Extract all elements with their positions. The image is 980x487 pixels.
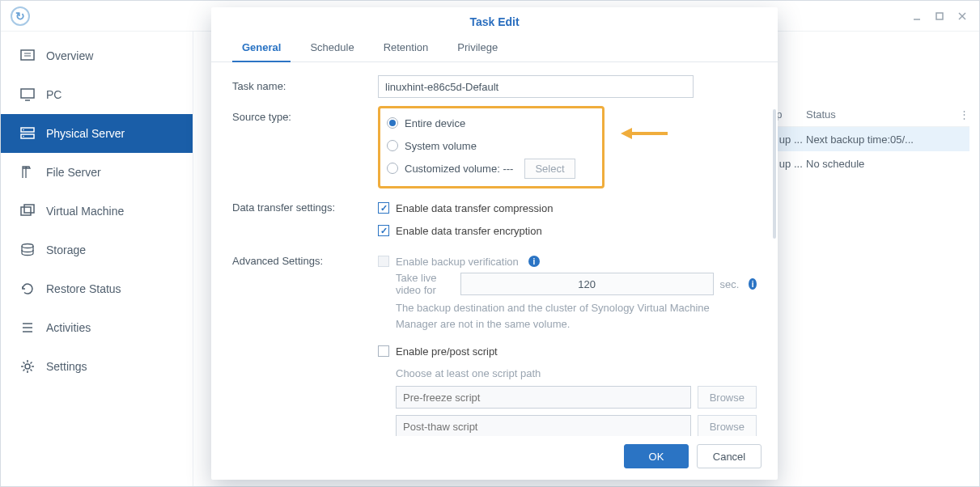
radio-label: Entire device <box>405 117 465 129</box>
tab-retention[interactable]: Retention <box>369 33 443 61</box>
refresh-icon: ↻ <box>15 10 25 23</box>
svg-rect-14 <box>24 205 34 213</box>
task-name-input[interactable] <box>378 75 694 98</box>
task-edit-modal: Task Edit General Schedule Retention Pri… <box>211 7 778 480</box>
info-icon[interactable]: i <box>749 278 757 290</box>
storage-icon <box>19 241 36 259</box>
sidebar-item-label: Storage <box>46 244 86 256</box>
svg-point-11 <box>23 129 24 131</box>
sidebar-item-label: Overview <box>46 49 93 62</box>
activities-icon <box>19 319 36 337</box>
post-thaw-input <box>396 415 691 436</box>
gear-icon <box>19 358 36 375</box>
dts-label: Data transfer settings: <box>232 197 378 214</box>
overview-icon <box>19 47 36 65</box>
table-row[interactable]: d up ... No schedule <box>767 151 969 176</box>
checkbox-compression[interactable] <box>378 202 389 214</box>
modal-tabs: General Schedule Retention Privilege <box>211 33 778 62</box>
live-video-input <box>460 273 714 295</box>
radio-system-volume[interactable] <box>387 140 398 151</box>
table-header: up Status ⋮ <box>767 103 969 127</box>
sidebar: Overview PC Physical Server File Server … <box>1 32 193 486</box>
browse-post-button: Browse <box>698 415 757 436</box>
svg-rect-13 <box>21 207 31 215</box>
sidebar-item-label: Virtual Machine <box>46 205 124 218</box>
select-volume-button[interactable]: Select <box>524 159 575 179</box>
sidebar-item-storage[interactable]: Storage <box>1 231 193 269</box>
file-server-icon <box>19 163 36 181</box>
info-icon[interactable]: i <box>528 256 540 267</box>
app-window: ↻ Overview PC Physical Server <box>0 0 980 487</box>
sidebar-item-restore-status[interactable]: Restore Status <box>1 269 193 308</box>
pc-icon <box>19 86 36 104</box>
pre-freeze-input <box>396 386 691 409</box>
checkbox-label: Enable backup verification <box>396 256 519 268</box>
sidebar-item-settings[interactable]: Settings <box>1 347 193 386</box>
sidebar-item-activities[interactable]: Activities <box>1 308 193 347</box>
sidebar-item-label: Settings <box>46 360 87 373</box>
sidebar-item-physical-server[interactable]: Physical Server <box>1 114 193 153</box>
cancel-button[interactable]: Cancel <box>697 444 762 468</box>
restore-icon <box>19 280 36 298</box>
checkbox-label: Enable data transfer encryption <box>396 225 542 237</box>
source-type-group: Entire device System volume Customized v… <box>378 106 605 188</box>
live-video-prefix: Take live video for <box>396 272 454 296</box>
tab-schedule[interactable]: Schedule <box>295 33 368 61</box>
sidebar-item-label: Restore Status <box>46 282 121 295</box>
table-row[interactable]: d up ... Next backup time:05/... <box>767 127 969 151</box>
cell: Next backup time:05/... <box>806 133 969 146</box>
svg-rect-1 <box>936 13 943 19</box>
checkbox-backup-verification <box>378 256 389 267</box>
sidebar-item-virtual-machine[interactable]: Virtual Machine <box>1 192 193 231</box>
svg-point-15 <box>22 244 33 248</box>
checkbox-label: Enable data transfer compression <box>396 202 553 214</box>
sidebar-item-label: Activities <box>46 321 91 334</box>
sidebar-item-label: File Server <box>46 166 101 179</box>
modal-body: Task name: Source type: Entire device Sy… <box>211 62 778 436</box>
modal-footer: OK Cancel <box>211 436 778 480</box>
advanced-label: Advanced Settings: <box>232 250 378 267</box>
modal-title: Task Edit <box>211 7 778 33</box>
cell: No schedule <box>806 158 969 170</box>
script-hint: Choose at least one script path <box>396 367 757 379</box>
maximize-icon[interactable] <box>932 9 947 23</box>
sidebar-item-pc[interactable]: PC <box>1 75 193 114</box>
sidebar-item-label: PC <box>46 88 62 101</box>
checkbox-pre-post-script[interactable] <box>378 345 389 357</box>
browse-pre-button: Browse <box>698 386 757 409</box>
radio-label: System volume <box>405 140 477 152</box>
tab-general[interactable]: General <box>227 33 295 61</box>
scrollbar[interactable] <box>773 109 776 239</box>
svg-rect-4 <box>21 50 34 60</box>
radio-label: Customized volume: --- <box>405 163 513 175</box>
ok-button[interactable]: OK <box>624 444 689 468</box>
sidebar-item-overview[interactable]: Overview <box>1 36 193 75</box>
background-table: up Status ⋮ d up ... Next backup time:05… <box>767 103 969 176</box>
radio-customized-volume[interactable] <box>387 163 398 174</box>
close-icon[interactable] <box>955 9 969 23</box>
server-icon <box>19 125 36 142</box>
svg-point-19 <box>25 364 30 369</box>
minimize-icon[interactable] <box>910 9 924 23</box>
app-logo: ↻ <box>11 6 30 26</box>
svg-rect-7 <box>21 89 34 98</box>
sidebar-item-label: Physical Server <box>46 127 125 140</box>
checkbox-encryption[interactable] <box>378 225 389 236</box>
radio-entire-device[interactable] <box>387 117 398 129</box>
task-name-label: Task name: <box>232 75 378 92</box>
table-col-status: Status <box>806 108 953 121</box>
vm-icon <box>19 202 36 220</box>
source-type-label: Source type: <box>232 106 378 123</box>
svg-point-12 <box>23 136 24 138</box>
sidebar-item-file-server[interactable]: File Server <box>1 153 193 192</box>
volume-warning: The backup destination and the cluster o… <box>378 300 726 332</box>
live-video-suffix: sec. <box>720 278 740 290</box>
tab-privilege[interactable]: Privilege <box>443 33 512 61</box>
more-icon[interactable]: ⋮ <box>953 108 969 121</box>
checkbox-label: Enable pre/post script <box>396 345 498 358</box>
